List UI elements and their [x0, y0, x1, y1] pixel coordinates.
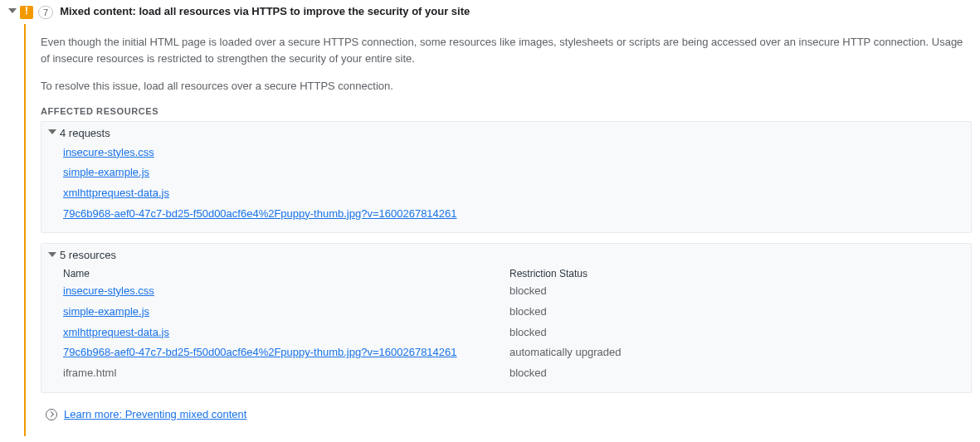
issue-title: Mixed content: load all resources via HT…	[60, 5, 470, 17]
column-header-status: Restriction Status	[510, 265, 964, 281]
chevron-down-icon[interactable]	[48, 129, 56, 138]
request-link[interactable]: simple-example.js	[63, 163, 149, 183]
table-row: xmlhttprequest-data.js	[63, 323, 503, 343]
restriction-status: blocked	[510, 302, 964, 323]
learn-more-link[interactable]: Learn more: Preventing mixed content	[64, 405, 246, 425]
issue-count-badge: 7	[38, 6, 53, 19]
resources-table: Name Restriction Status insecure-styles.…	[48, 265, 964, 383]
restriction-status: automatically upgraded	[510, 342, 964, 363]
table-row: simple-example.js	[63, 302, 503, 323]
resources-panel: 5 resources Name Restriction Status inse…	[41, 243, 972, 392]
arrow-right-circle-icon	[46, 409, 57, 420]
table-row: 79c6b968-aef0-47c7-bd25-f50d00acf6e4%2Fp…	[63, 342, 503, 363]
request-link[interactable]: insecure-styles.css	[63, 143, 154, 163]
chevron-down-icon[interactable]	[8, 8, 17, 17]
issue-header-row[interactable]: 7 Mixed content: load all resources via …	[0, 0, 980, 24]
affected-resources-label: AFFECTED RESOURCES	[41, 106, 972, 116]
learn-more-row[interactable]: Learn more: Preventing mixed content	[41, 405, 972, 425]
resource-link[interactable]: simple-example.js	[63, 302, 149, 323]
resource-link[interactable]: insecure-styles.css	[63, 281, 154, 302]
requests-list: insecure-styles.css simple-example.js xm…	[48, 143, 964, 225]
request-link[interactable]: 79c6b968-aef0-47c7-bd25-f50d00acf6e4%2Fp…	[63, 204, 457, 225]
issue-body: Even though the initial HTML page is loa…	[24, 24, 980, 436]
restriction-status: blocked	[510, 323, 964, 343]
requests-header[interactable]: 4 requests	[48, 127, 964, 139]
restriction-status: blocked	[510, 281, 964, 302]
resources-count-label: 5 resources	[60, 249, 116, 261]
resource-link[interactable]: xmlhttprequest-data.js	[63, 323, 169, 343]
restriction-status: blocked	[510, 363, 964, 384]
table-row: iframe.html	[63, 363, 503, 384]
table-row: insecure-styles.css	[63, 281, 503, 302]
resources-header[interactable]: 5 resources	[48, 249, 964, 261]
chevron-down-icon[interactable]	[48, 252, 56, 260]
request-link[interactable]: xmlhttprequest-data.js	[63, 183, 169, 204]
requests-count-label: 4 requests	[60, 127, 110, 139]
issue-resolution: To resolve this issue, load all resource…	[41, 78, 972, 95]
warning-icon	[20, 6, 33, 19]
column-header-name: Name	[63, 265, 503, 281]
requests-panel: 4 requests insecure-styles.css simple-ex…	[41, 121, 972, 234]
resource-link[interactable]: 79c6b968-aef0-47c7-bd25-f50d00acf6e4%2Fp…	[63, 342, 457, 363]
issue-description: Even though the initial HTML page is loa…	[41, 34, 972, 66]
